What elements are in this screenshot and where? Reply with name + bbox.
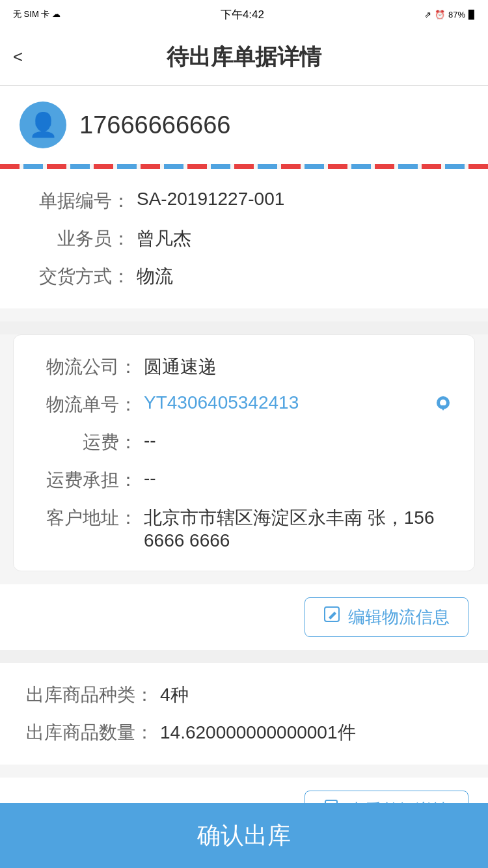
freight-label: 运费： bbox=[33, 430, 137, 455]
edit-icon bbox=[323, 606, 342, 629]
salesperson-row: 业务员： 曾凡杰 bbox=[26, 226, 462, 251]
page-title: 待出库单据详情 bbox=[167, 42, 321, 72]
status-bar: 无 SIM 卡 ☁ 下午4:42 ⇗ ⏰ 87% ▉ bbox=[0, 0, 488, 29]
section-separator-1 bbox=[0, 321, 488, 334]
doc-no-row: 单据编号： SA-20191227-001 bbox=[26, 189, 462, 213]
goods-quantity-row: 出库商品数量： 14.620000000000001件 bbox=[26, 720, 462, 745]
status-right: ⇗ ⏰ 87% ▉ bbox=[424, 10, 475, 20]
section-separator-2 bbox=[0, 650, 488, 663]
logistics-company-label: 物流公司： bbox=[33, 355, 137, 379]
freight-bearer-label: 运费承担： bbox=[33, 468, 137, 493]
tracking-no-row: 物流单号： YT4306405342413 bbox=[33, 392, 455, 417]
delivery-method-value: 物流 bbox=[137, 264, 462, 289]
status-time: 下午4:42 bbox=[221, 7, 264, 22]
location-status-icon: ⇗ bbox=[424, 10, 431, 20]
battery-icon: ▉ bbox=[468, 10, 475, 20]
dashed-divider bbox=[0, 164, 488, 169]
goods-quantity-label: 出库商品数量： bbox=[26, 720, 154, 745]
customer-header: 👤 17666666666 bbox=[0, 86, 488, 164]
freight-bearer-row: 运费承担： -- bbox=[33, 468, 455, 493]
edit-logistics-row: 编辑物流信息 bbox=[0, 584, 488, 650]
logistics-section: 物流公司： 圆通速递 物流单号： YT4306405342413 运费： -- … bbox=[13, 334, 475, 571]
nav-bar: < 待出库单据详情 bbox=[0, 29, 488, 86]
goods-types-value: 4种 bbox=[160, 683, 462, 707]
logistics-company-value: 圆通速递 bbox=[144, 355, 455, 379]
battery-level: 87% bbox=[448, 10, 465, 20]
address-value: 北京市市辖区海淀区永丰南 张，156 6666 6666 bbox=[144, 506, 455, 551]
alarm-icon: ⏰ bbox=[435, 10, 445, 20]
delivery-method-label: 交货方式： bbox=[26, 264, 130, 289]
goods-quantity-value: 14.620000000000001件 bbox=[160, 720, 462, 745]
salesperson-label: 业务员： bbox=[26, 226, 130, 251]
person-icon: 👤 bbox=[29, 111, 58, 139]
doc-no-value: SA-20191227-001 bbox=[137, 189, 462, 210]
freight-value: -- bbox=[144, 430, 455, 451]
map-pin-icon[interactable] bbox=[431, 392, 455, 416]
logistics-company-row: 物流公司： 圆通速递 bbox=[33, 355, 455, 379]
edit-logistics-button[interactable]: 编辑物流信息 bbox=[305, 597, 468, 637]
delivery-method-row: 交货方式： 物流 bbox=[26, 264, 462, 289]
tracking-no-value: YT4306405342413 bbox=[144, 392, 425, 413]
svg-point-1 bbox=[440, 400, 446, 406]
tracking-no-label: 物流单号： bbox=[33, 392, 137, 417]
freight-row: 运费： -- bbox=[33, 430, 455, 455]
goods-types-row: 出库商品种类： 4种 bbox=[26, 683, 462, 707]
confirm-outbound-button[interactable]: 确认出库 bbox=[0, 820, 488, 852]
goods-types-label: 出库商品种类： bbox=[26, 683, 154, 707]
back-button[interactable]: < bbox=[13, 47, 23, 67]
freight-bearer-value: -- bbox=[144, 468, 455, 489]
bottom-confirm-area: 确认出库 bbox=[0, 803, 488, 868]
customer-phone: 17666666666 bbox=[79, 111, 230, 139]
status-left: 无 SIM 卡 ☁ bbox=[13, 8, 61, 20]
address-label: 客户地址： bbox=[33, 506, 137, 530]
salesperson-value: 曾凡杰 bbox=[137, 226, 462, 251]
edit-logistics-label: 编辑物流信息 bbox=[348, 606, 450, 629]
address-row: 客户地址： 北京市市辖区海淀区永丰南 张，156 6666 6666 bbox=[33, 506, 455, 551]
goods-section: 出库商品种类： 4种 出库商品数量： 14.620000000000001件 bbox=[0, 663, 488, 765]
order-info-section: 单据编号： SA-20191227-001 业务员： 曾凡杰 交货方式： 物流 bbox=[0, 169, 488, 308]
avatar: 👤 bbox=[20, 102, 66, 148]
doc-no-label: 单据编号： bbox=[26, 189, 130, 213]
